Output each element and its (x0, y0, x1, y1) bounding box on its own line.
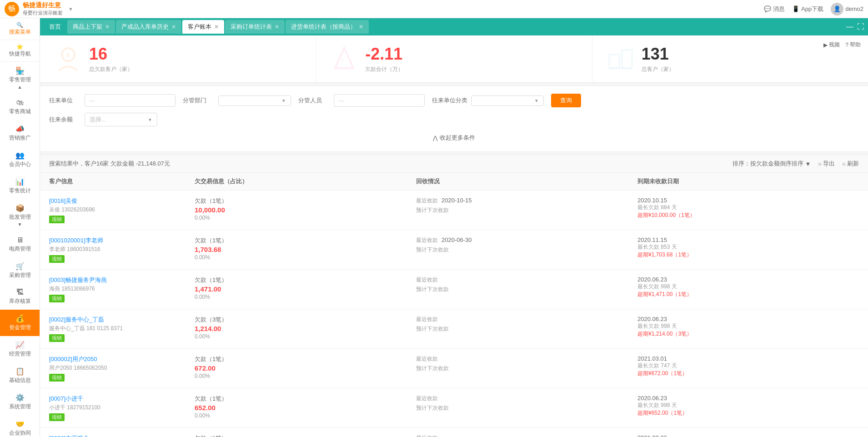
debt-amount-5: 652.00 (195, 404, 416, 412)
app-icon: 📱 (792, 5, 799, 12)
sidebar-item-batch-mgmt[interactable]: 📦 批发管理 ▼ (0, 199, 40, 231)
tab-product-offline-close[interactable]: ✕ (105, 24, 110, 30)
person-input[interactable]: ··· (334, 94, 425, 107)
tab-production-history-close[interactable]: ✕ (171, 24, 176, 30)
tab-purchase-stats-close[interactable]: ✕ (275, 24, 279, 30)
refresh-label: 刷新 (847, 160, 859, 168)
collect-date-1: 2020-06-30 (442, 236, 472, 244)
collect-label-1: 最近收款 (416, 236, 438, 244)
page-content: ¥ 16 总欠款客户（家） ! -2.11 欠款合计（万） (40, 35, 868, 437)
collect-sub-2: 预计下次收款 (416, 286, 637, 293)
collect-cell-4: 最近收款 预计下次收款 (416, 355, 637, 372)
sidebar-item-basic-info[interactable]: 📋 基础信息 (0, 362, 40, 389)
customer-name-3[interactable]: [0002]服务中心_丁磊 (49, 316, 195, 324)
tab-production-history[interactable]: 产成品入库单历史 ✕ (116, 20, 181, 34)
due-cell-5: 2020.06.23 最长欠款 998 天 超期¥652.00（1笔） (637, 395, 859, 417)
customer-name-6[interactable]: [0006]去下粮仓 (49, 434, 195, 437)
message-btn[interactable]: 💬 消息 (764, 5, 785, 13)
overdue-link-2[interactable]: 超期¥1,471.00（1笔） (637, 291, 859, 298)
table-row: [0006]去下粮仓 陈小希 现销 欠款（1笔） 455.90 0.00% 最近… (40, 428, 868, 437)
purchase-icon: 🛒 (15, 262, 25, 271)
export-btn[interactable]: ○ 导出 (818, 160, 835, 168)
customer-tag-0: 现销 (49, 216, 65, 223)
sidebar-item-ecommerce[interactable]: 🖥 电商管理 (0, 231, 40, 257)
sidebar-label-retail-stats: 零售统计 (9, 187, 31, 195)
tab-customer-account[interactable]: 客户账本 ✕ (182, 20, 224, 34)
company-name: 母婴行业演示账套 (23, 10, 63, 16)
stat-total-debt-info: -2.11 欠款合计（万） (365, 45, 403, 73)
svg-rect-5 (622, 50, 632, 68)
sidebar-item-inventory[interactable]: 🏗 库存核算 (0, 284, 40, 310)
user-avatar-btn[interactable]: 👤 demo2 (831, 3, 863, 15)
source-unit-input[interactable]: ··· (85, 94, 176, 107)
sidebar-item-retail-mgmt[interactable]: 🏪 零售管理 ▲ (0, 62, 40, 94)
sidebar-item-purchase[interactable]: 🛒 采购管理 (0, 257, 40, 284)
customer-cell-6: [0006]去下粮仓 陈小希 现销 (49, 434, 195, 437)
sidebar-item-marketing[interactable]: 📣 营销推广 (0, 120, 40, 146)
tab-product-offline[interactable]: 商品上下架 ✕ (67, 20, 115, 34)
stat-total-customers-info: 131 总客户（家） (642, 45, 674, 73)
customer-name-0[interactable]: [0016]吴俊 (49, 197, 195, 205)
source-category-select[interactable]: ▼ (471, 95, 544, 106)
app-download-btn[interactable]: 📱 App下载 (792, 5, 823, 13)
tab-inbound-stats-close[interactable]: ✕ (359, 24, 363, 30)
debt-percent-0: 0.00% (195, 215, 416, 221)
dept-select[interactable]: ▼ (218, 95, 291, 106)
arrow-icon: ▲ (18, 85, 22, 90)
due-days-5: 最长欠款 998 天 (637, 402, 859, 409)
content-area: 首页 商品上下架 ✕ 产成品入库单历史 ✕ 客户账本 ✕ 采购订单统计表 ✕ (40, 18, 868, 437)
tab-product-offline-label: 商品上下架 (73, 23, 102, 31)
customer-name-2[interactable]: [0003]畅捷服务尹海燕 (49, 276, 195, 284)
export-label: 导出 (823, 160, 835, 168)
refresh-btn[interactable]: ○ 刷新 (842, 160, 859, 168)
sidebar-item-retail-stats[interactable]: 📊 零售统计 (0, 173, 40, 199)
overdue-link-5[interactable]: 超期¥652.00（1笔） (637, 409, 859, 417)
stat-actions: ▶ 视频 ? 帮助 (823, 41, 861, 49)
overdue-link-3[interactable]: 超期¥1,214.00（3笔） (637, 330, 859, 338)
ecommerce-icon: 🖥 (16, 236, 24, 244)
search-button[interactable]: 查询 (551, 94, 581, 107)
overdue-link-0[interactable]: 超期¥10,000.00（1笔） (637, 211, 859, 219)
stat-debtors-info: 16 总欠款客户（家） (89, 45, 133, 73)
sidebar-item-retail-mall[interactable]: 🛍 零售商城 (0, 94, 40, 120)
customer-name-5[interactable]: [0007]小进千 (49, 395, 195, 403)
sidebar-item-member[interactable]: 👥 会员中心 (0, 146, 40, 173)
logo-icon: 畅 (5, 2, 19, 16)
video-btn[interactable]: ▶ 视频 (823, 41, 840, 49)
collapse-btn[interactable]: ⋀ 收起更多条件 (431, 132, 477, 144)
refresh-icon: ○ (842, 161, 846, 167)
company-dropdown-icon[interactable]: ▼ (68, 6, 73, 12)
marketing-icon: 📣 (15, 125, 25, 133)
header-right: 💬 消息 📱 App下载 👤 demo2 (764, 3, 863, 15)
col-due-date: 到期未收款日期 (637, 177, 859, 186)
debt-count-0: 欠款（1笔） (195, 197, 416, 205)
customer-cell-0: [0016]吴俊 吴俊 13026203696 现销 (49, 197, 195, 223)
overdue-link-4[interactable]: 超期¥672.00（1笔） (637, 370, 859, 377)
minimize-icon[interactable]: — (846, 23, 853, 31)
tab-home-label: 首页 (49, 23, 61, 31)
collect-cell-1: 最近收款 2020-06-30 预计下次收款 (416, 236, 637, 254)
sidebar-item-finance[interactable]: 💰 资金管理 (0, 310, 40, 336)
table-row: [000002]用户2050 用户2050 18665062050 现销 欠款（… (40, 349, 868, 388)
overdue-link-1[interactable]: 超期¥1,703.68（1笔） (637, 251, 859, 259)
col-debt-info: 欠交易信息（占比） (195, 177, 416, 186)
tab-customer-account-close[interactable]: ✕ (214, 24, 219, 30)
tab-purchase-stats[interactable]: 采购订单统计表 ✕ (225, 20, 285, 34)
sidebar-item-operations[interactable]: 📈 经营管理 (0, 336, 40, 362)
maximize-icon[interactable]: ⛶ (857, 23, 864, 31)
sidebar-item-corp-collab[interactable]: 🤝 企业协同 (0, 415, 40, 437)
collect-label-5: 最近收款 (416, 395, 438, 402)
sort-select[interactable]: 排序：按欠款金额倒序排序 ▼ (733, 160, 811, 168)
quick-nav-btn[interactable]: ⭐ 快捷导航 (0, 40, 40, 62)
app-brand: 畅捷通好生意 (23, 1, 63, 10)
stat-debtors-desc: 总欠款客户（家） (89, 65, 133, 73)
tab-home[interactable]: 首页 (44, 20, 66, 34)
stat-total-debt-desc: 欠款合计（万） (365, 65, 403, 73)
customer-name-4[interactable]: [000002]用户2050 (49, 355, 195, 363)
tab-inbound-stats[interactable]: 进货单统计表（按商品） ✕ (286, 20, 369, 34)
balance-select[interactable]: 选择... ▼ (85, 113, 157, 126)
customer-name-1[interactable]: [0001020001]李老师 (49, 236, 195, 245)
search-menu-btn[interactable]: 🔍 搜索菜单 (0, 18, 40, 40)
help-btn[interactable]: ? 帮助 (845, 41, 861, 49)
sidebar-item-sys-mgmt[interactable]: ⚙️ 系统管理 (0, 389, 40, 415)
